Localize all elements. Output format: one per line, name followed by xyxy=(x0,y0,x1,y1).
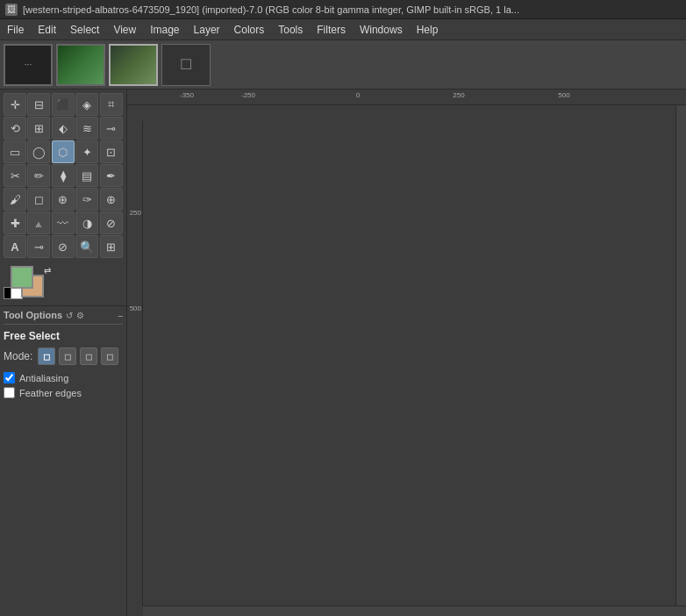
ink-tool[interactable]: ✑ xyxy=(75,188,98,211)
menu-tools[interactable]: Tools xyxy=(271,21,310,39)
antialiasing-checkbox[interactable] xyxy=(4,372,15,383)
feather-edges-label: Feather edges xyxy=(19,388,82,398)
mode-row: Mode: ◻ ◻ ◻ ◻ xyxy=(4,347,123,365)
ruler-h-tick-neg350: -350 xyxy=(180,91,194,99)
paint-bucket[interactable]: ⧫ xyxy=(52,164,75,187)
tool-options-label: Tool Options xyxy=(4,310,62,320)
v-scrollbar[interactable] xyxy=(675,105,686,605)
toolbox: ✛ ⊟ ⬛ ◈ ⌗ ⟲ ⊞ ⬖ ≋ ⊸ ▭ ◯ ⬡ ✦ ⊡ ✂ ✏ ⧫ ▤ ✒ … xyxy=(0,90,127,616)
ruler-v-tick-500: 500 xyxy=(130,304,141,312)
menu-layer[interactable]: Layer xyxy=(187,21,227,39)
transform-tool[interactable]: ⟲ xyxy=(4,117,26,140)
thumb-box[interactable]: ☐ xyxy=(161,44,211,86)
image-thumb-bar: ··· ☐ xyxy=(0,40,686,90)
scissors-select[interactable]: ✂ xyxy=(4,164,26,187)
tool-options-panel: Tool Options ↺ ⚙ – Free Select Mode: ◻ ◻… xyxy=(0,305,126,616)
gradient-tool[interactable]: ▤ xyxy=(75,164,98,187)
fuzzy-select[interactable]: ✦ xyxy=(75,140,98,163)
deform-tool[interactable]: ≋ xyxy=(75,117,98,140)
ruler-h-tick-500: 500 xyxy=(558,91,569,99)
menu-file[interactable]: File xyxy=(0,21,31,39)
ruler-h-tick-neg250: -250 xyxy=(241,91,255,99)
ruler-v-tick-250: 250 xyxy=(130,209,141,217)
feather-edges-row: Feather edges xyxy=(4,387,123,398)
menu-select[interactable]: Select xyxy=(63,21,106,39)
handle-transform[interactable]: ⬖ xyxy=(52,117,75,140)
select-by-color[interactable]: ⊡ xyxy=(100,140,123,163)
swatch-container: ⇄ xyxy=(4,266,47,301)
foreground-swatch[interactable] xyxy=(11,266,33,289)
add-mode-btn[interactable]: ◻ xyxy=(59,347,76,365)
menu-view[interactable]: View xyxy=(106,21,143,39)
magnify-tool[interactable]: 🔍 xyxy=(75,235,98,258)
warp-tool[interactable]: ⊸ xyxy=(100,117,123,140)
placeholder-tool[interactable]: ⊘ xyxy=(100,211,123,234)
text-tool[interactable]: A xyxy=(4,235,26,258)
ellipse-select[interactable]: ◯ xyxy=(27,140,50,163)
menu-image[interactable]: Image xyxy=(143,21,186,39)
tool-grid: ✛ ⊟ ⬛ ◈ ⌗ ⟲ ⊞ ⬖ ≋ ⊸ ▭ ◯ ⬡ ✦ ⊡ ✂ ✏ ⧫ ▤ ✒ … xyxy=(0,90,126,261)
feather-edges-checkbox[interactable] xyxy=(4,387,15,398)
replace-mode-btn[interactable]: ◻ xyxy=(38,347,55,365)
scale-tool[interactable]: ◈ xyxy=(75,93,98,116)
clone-tool[interactable]: ⊕ xyxy=(100,188,123,211)
title-bar: 🖼 [western-striped-albatros-6473509_1920… xyxy=(0,0,686,19)
paths-tool[interactable]: ✏ xyxy=(27,164,50,187)
thumb-bird[interactable] xyxy=(56,44,105,86)
config-icon[interactable]: ⚙ xyxy=(76,311,84,320)
swap-colors[interactable]: ⇄ xyxy=(44,266,51,276)
move-tool[interactable]: ✛ xyxy=(4,93,26,116)
subtract-mode-btn[interactable]: ◻ xyxy=(80,347,97,365)
ruler-h-tick-250: 250 xyxy=(453,91,464,99)
window-title: [western-striped-albatros-6473509_1920] … xyxy=(23,4,519,15)
ruler-h-tick-0: 0 xyxy=(356,91,360,99)
color-picker[interactable]: ⊘ xyxy=(52,235,75,258)
thumb-dots[interactable]: ··· xyxy=(4,44,53,86)
airbrush-tool[interactable]: ⊕ xyxy=(52,188,75,211)
tool-options-header: Tool Options ↺ ⚙ – xyxy=(4,310,123,325)
ruler-vertical: 250 500 xyxy=(127,121,143,605)
free-select-title: Free Select xyxy=(4,330,123,342)
paintbrush-tool[interactable]: 🖌 xyxy=(4,188,26,211)
menu-colors[interactable]: Colors xyxy=(227,21,272,39)
unified-transform[interactable]: ⊞ xyxy=(27,117,50,140)
rotate-tool[interactable]: ⬛ xyxy=(52,93,75,116)
menu-help[interactable]: Help xyxy=(410,21,446,39)
color-swatches: ⇄ xyxy=(0,261,126,305)
pencil-tool[interactable]: ✒ xyxy=(100,164,123,187)
h-scrollbar[interactable] xyxy=(143,605,686,616)
healing-tool[interactable]: ✚ xyxy=(4,211,26,234)
rect-select[interactable]: ▭ xyxy=(4,140,26,163)
main-area: ✛ ⊟ ⬛ ◈ ⌗ ⟲ ⊞ ⬖ ≋ ⊸ ▭ ◯ ⬡ ✦ ⊡ ✂ ✏ ⧫ ▤ ✒ … xyxy=(0,90,686,616)
ruler-horizontal: -350 -250 0 250 500 xyxy=(127,90,686,105)
dodge-burn[interactable]: ◑ xyxy=(75,211,98,234)
mode-label: Mode: xyxy=(4,350,32,362)
eraser-tool[interactable]: ◻ xyxy=(27,188,50,211)
crop-tool[interactable]: ⌗ xyxy=(100,93,123,116)
menu-bar: File Edit Select View Image Layer Colors… xyxy=(0,19,686,40)
restore-icon[interactable]: ↺ xyxy=(66,311,73,320)
measure-tool[interactable]: ⊸ xyxy=(27,235,50,258)
menu-edit[interactable]: Edit xyxy=(31,21,63,39)
minimize-icon[interactable]: – xyxy=(118,311,123,320)
alignment-tool[interactable]: ⊟ xyxy=(27,93,50,116)
free-select[interactable]: ⬡ xyxy=(52,140,75,163)
right-panel: -350 -250 0 250 500 250 500 xyxy=(127,90,686,616)
smudge-tool[interactable]: 〰 xyxy=(52,211,75,234)
menu-windows[interactable]: Windows xyxy=(353,21,410,39)
extra-tool[interactable]: ⊞ xyxy=(100,235,123,258)
menu-filters[interactable]: Filters xyxy=(310,21,353,39)
antialiasing-label: Antialiasing xyxy=(19,373,68,383)
app-icon: 🖼 xyxy=(5,4,18,16)
thumb-albatross[interactable] xyxy=(109,44,158,86)
antialiasing-row: Antialiasing xyxy=(4,372,123,383)
intersect-mode-btn[interactable]: ◻ xyxy=(101,347,118,365)
perspective-clone[interactable]: ⟁ xyxy=(27,211,50,234)
